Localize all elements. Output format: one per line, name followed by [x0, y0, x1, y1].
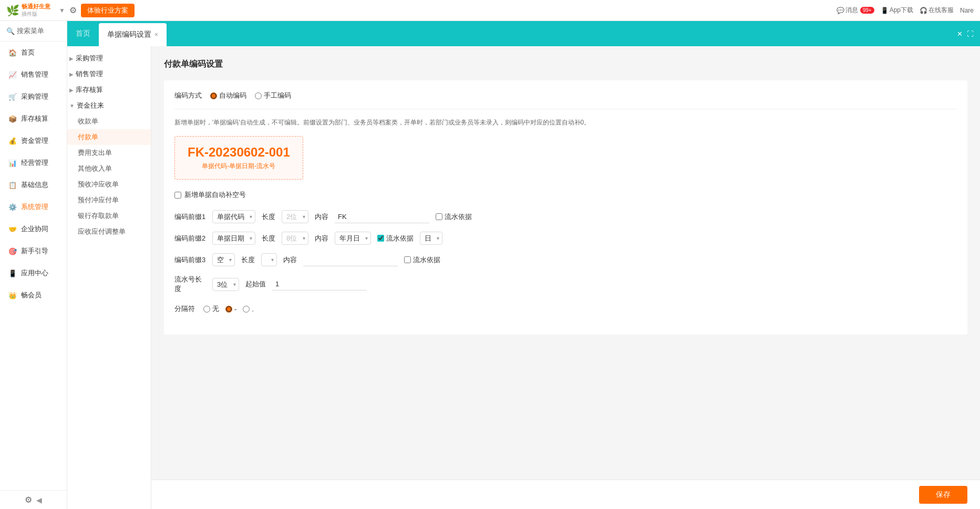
sidebar-item-payment[interactable]: 付款单 — [67, 129, 151, 145]
save-button[interactable]: 保存 — [919, 486, 967, 504]
user-avatar[interactable]: Nare — [960, 7, 974, 14]
serial-length-select[interactable]: 3位 — [212, 278, 239, 291]
sidebar-item-app[interactable]: 📱 应用中心 — [0, 262, 67, 284]
prefix3-row: 编码前缀3 空 长度 — [174, 253, 957, 266]
tab-close-all-icon[interactable]: ✕ — [957, 30, 963, 38]
sidebar-item-member[interactable]: 👑 畅会员 — [0, 284, 67, 306]
section-purchase-title[interactable]: ▶ 采购管理 — [67, 50, 151, 66]
prefix2-length-wrapper[interactable]: 8位 — [282, 232, 308, 245]
section-inventory-title[interactable]: ▶ 库存核算 — [67, 82, 151, 98]
tab-home[interactable]: 首页 — [67, 21, 99, 46]
preview-box: FK-20230602-001 单据代码-单据日期-流水号 — [174, 136, 303, 180]
auto-radio[interactable]: 自动编码 — [210, 91, 246, 100]
manual-radio[interactable]: 手工编码 — [255, 91, 291, 100]
tip-text: 新增单据时，'单据编码'自动生成，不可编辑。前缀设置为部门、业务员等档案类，开单… — [174, 118, 957, 128]
prefix2-serial-checkbox[interactable] — [377, 235, 384, 242]
sidebar-item-adjustment[interactable]: 应收应付调整单 — [67, 224, 151, 240]
chevron-down-icon: ▼ — [69, 103, 75, 109]
online-service-btn[interactable]: 🎧 在线客服 — [920, 6, 954, 15]
sidebar-item-receipt[interactable]: 收款单 — [67, 113, 151, 129]
prefix2-serial-label[interactable]: 流水依据 — [377, 234, 414, 243]
sidebar-item-bank[interactable]: 银行存取款单 — [67, 208, 151, 224]
prefix1-select-wrapper[interactable]: 单据代码 — [212, 210, 255, 223]
sidebar-item-newbie[interactable]: 🎯 新手引导 — [0, 240, 67, 262]
settings-bottom-icon[interactable]: ⚙ — [25, 495, 32, 505]
prefix3-serial-checkbox[interactable] — [404, 256, 411, 263]
prefix3-serial-label: 流水依据 — [404, 255, 440, 265]
app-icon: 📱 — [881, 7, 889, 14]
prefix1-select[interactable]: 单据代码 — [212, 210, 255, 223]
auto-fill-checkbox[interactable] — [174, 192, 181, 199]
prefix1-content-input[interactable] — [335, 211, 429, 223]
sep-dot-radio[interactable]: . — [243, 305, 254, 313]
section-fund: ▼ 资金往来 收款单 付款单 费用支出单 其他收入单 预收冲应收单 预付冲应付单… — [67, 98, 151, 240]
second-sidebar: ▶ 采购管理 ▶ 销售管理 ▶ 库存核算 — [67, 46, 151, 509]
purchase-icon: 🛒 — [8, 93, 17, 101]
sidebar-item-prepay-receivable[interactable]: 预收冲应收单 — [67, 176, 151, 192]
sidebar-item-other-income[interactable]: 其他收入单 — [67, 161, 151, 176]
prefix2-length-select[interactable]: 8位 — [282, 232, 308, 245]
message-btn[interactable]: 💬 消息 99+ — [837, 6, 874, 15]
tab-close-icon[interactable]: × — [154, 31, 158, 38]
newbie-icon: 🎯 — [8, 247, 17, 255]
prefix2-content-wrapper[interactable]: 年月日 — [335, 232, 371, 245]
app-download-btn[interactable]: 📱 App下载 — [881, 6, 913, 15]
section-inventory: ▶ 库存核算 — [67, 82, 151, 98]
prefix3-select[interactable]: 空 — [212, 253, 235, 266]
top-nav-dropdown[interactable]: ▼ — [59, 7, 65, 14]
chevron-right-icon: ▶ — [69, 56, 74, 61]
section-sales-title[interactable]: ▶ 销售管理 — [67, 66, 151, 82]
tab-expand-icon[interactable]: ⛶ — [967, 30, 974, 38]
sidebar-narrow: 🔍 搜索菜单 🏠 首页 📈 销售管理 🛒 采购管理 📦 库存核算 💰 资金管理 … — [0, 21, 67, 509]
tab-settings[interactable]: 单据编码设置 × — [99, 23, 167, 46]
prefix2-select-wrapper[interactable]: 单据日期 — [212, 232, 255, 245]
auto-fill-row: 新增单据自动补空号 — [174, 190, 957, 200]
settings-icon[interactable]: ⚙ — [69, 5, 77, 15]
operations-icon: 📊 — [8, 159, 17, 167]
prefix1-length-select[interactable]: 2位 — [282, 210, 308, 223]
encoding-method-row: 编码方式 自动编码 手工编码 — [174, 91, 957, 109]
prefix3-select-wrapper[interactable]: 空 — [212, 253, 235, 266]
search-menu[interactable]: 🔍 搜索菜单 — [6, 26, 60, 36]
serial-length-wrapper[interactable]: 3位 — [212, 278, 239, 291]
section-sales: ▶ 销售管理 — [67, 66, 151, 82]
top-bar: 🌿 畅通好生意 插件版 ▼ ⚙ 体验行业方案 💬 消息 99+ 📱 App下载 … — [0, 0, 980, 21]
sidebar-item-operations[interactable]: 📊 经营管理 — [0, 152, 67, 174]
sidebar-bottom: ⚙ ◀ — [0, 490, 67, 509]
sidebar-item-prepay-payable[interactable]: 预付冲应付单 — [67, 192, 151, 208]
prefix2-select[interactable]: 单据日期 — [212, 232, 255, 245]
member-icon: 👑 — [8, 292, 17, 299]
prefix2-content-select[interactable]: 年月日 — [335, 232, 371, 245]
sidebar-item-home[interactable]: 🏠 首页 — [0, 41, 67, 64]
collapse-icon[interactable]: ◀ — [36, 496, 42, 504]
sidebar-item-enterprise[interactable]: 🤝 企业协同 — [0, 218, 67, 240]
app-center-icon: 📱 — [8, 269, 17, 277]
prefix2-day-select[interactable]: 日 — [420, 232, 442, 245]
preview-code: FK-20230602-001 — [188, 145, 290, 160]
trial-btn[interactable]: 体验行业方案 — [81, 4, 135, 17]
sidebar-item-inventory[interactable]: 📦 库存核算 — [0, 108, 67, 130]
sidebar-item-finance[interactable]: 💰 资金管理 — [0, 130, 67, 152]
tab-bar: 首页 单据编码设置 × ✕ ⛶ — [67, 21, 980, 46]
sidebar-item-purchase[interactable]: 🛒 采购管理 — [0, 86, 67, 108]
prefix1-serial-checkbox[interactable] — [436, 213, 442, 220]
prefix1-serial-label: 流水依据 — [436, 212, 472, 222]
section-fund-title[interactable]: ▼ 资金往来 — [67, 98, 151, 113]
basic-icon: 📋 — [8, 181, 17, 189]
search-menu-wrapper[interactable]: 🔍 搜索菜单 — [0, 21, 67, 41]
sales-icon: 📈 — [8, 71, 17, 79]
sep-none-radio[interactable]: 无 — [203, 304, 219, 314]
sidebar-item-expense[interactable]: 费用支出单 — [67, 145, 151, 161]
prefix3-length-select[interactable] — [261, 253, 277, 266]
prefix3-content-input[interactable] — [303, 254, 398, 266]
prefix2-day-wrapper[interactable]: 日 — [420, 232, 442, 245]
prefix1-length-wrapper[interactable]: 2位 — [282, 210, 308, 223]
sidebar-item-system[interactable]: ⚙️ 系统管理 — [0, 196, 67, 218]
sidebar-item-basic[interactable]: 📋 基础信息 — [0, 174, 67, 196]
prefix3-length-wrapper[interactable] — [261, 253, 277, 266]
sep-dash-radio[interactable]: - — [225, 305, 236, 313]
start-value-input[interactable] — [272, 278, 367, 290]
serial-row: 流水号长度 3位 起始值 — [174, 275, 957, 294]
encoding-radio-group: 自动编码 手工编码 — [210, 91, 291, 100]
sidebar-item-sales[interactable]: 📈 销售管理 — [0, 64, 67, 86]
